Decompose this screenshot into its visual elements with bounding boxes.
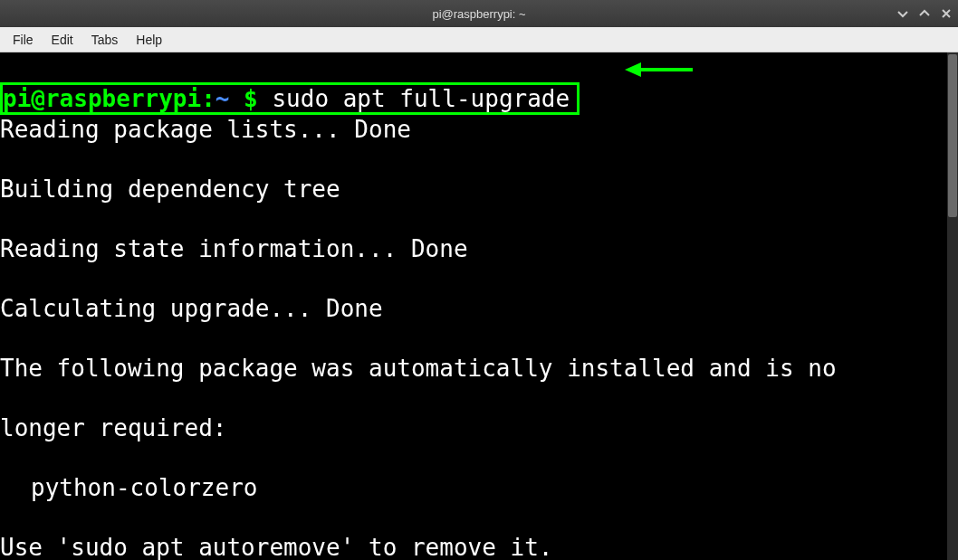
terminal-content: pi@raspberrypi:~ $ sudo apt full-upgrade… bbox=[0, 52, 958, 560]
maximize-button[interactable] bbox=[918, 7, 931, 20]
output-line: Building dependency tree bbox=[0, 175, 958, 204]
output-line: The following package was automatically … bbox=[0, 354, 958, 384]
output-line: Reading package lists... Done bbox=[0, 115, 958, 145]
output-line: python-colorzero bbox=[0, 473, 958, 503]
window-titlebar: pi@raspberrypi: ~ bbox=[0, 0, 958, 27]
menu-help[interactable]: Help bbox=[129, 30, 169, 50]
output-line: longer required: bbox=[0, 413, 958, 443]
output-line: Calculating upgrade... Done bbox=[0, 294, 958, 324]
prompt-highlight-box: pi@raspberrypi:~ $ sudo apt full-upgrade bbox=[0, 82, 580, 115]
prompt-path: ~ bbox=[216, 85, 230, 112]
close-button[interactable] bbox=[940, 7, 953, 20]
command-text: sudo apt full-upgrade bbox=[272, 85, 570, 112]
minimize-button[interactable] bbox=[896, 7, 909, 20]
window-controls bbox=[896, 0, 953, 27]
terminal-area[interactable]: pi@raspberrypi:~ $ sudo apt full-upgrade… bbox=[0, 52, 958, 560]
prompt-dollar: $ bbox=[229, 85, 272, 112]
prompt-separator: : bbox=[201, 85, 216, 112]
menu-tabs[interactable]: Tabs bbox=[84, 30, 126, 50]
terminal-scrollbar[interactable] bbox=[947, 52, 958, 560]
menu-edit[interactable]: Edit bbox=[44, 30, 81, 50]
output-line: Use 'sudo apt autoremove' to remove it. bbox=[0, 533, 958, 560]
prompt-user-host: pi@raspberrypi bbox=[3, 85, 201, 112]
menu-bar: File Edit Tabs Help bbox=[0, 27, 958, 52]
window-title: pi@raspberrypi: ~ bbox=[0, 7, 958, 21]
scrollbar-thumb[interactable] bbox=[948, 54, 957, 217]
output-line: Reading state information... Done bbox=[0, 234, 958, 264]
menu-file[interactable]: File bbox=[5, 30, 41, 50]
